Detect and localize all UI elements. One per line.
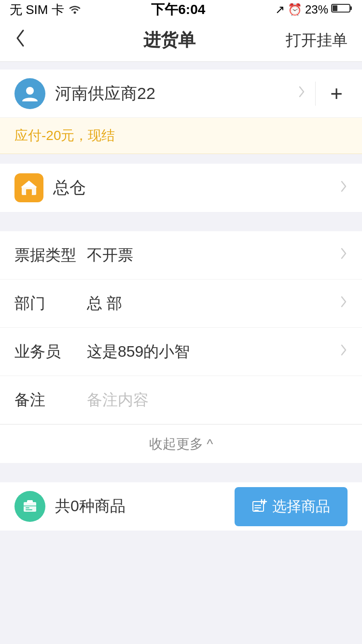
notice-row: 应付-20元，现结 <box>0 118 362 154</box>
supplier-name: 河南供应商22 <box>55 83 298 105</box>
svg-rect-12 <box>26 509 32 510</box>
warehouse-chevron-icon <box>340 180 348 196</box>
remark-label: 备注 <box>14 390 82 411</box>
mid-divider-2 <box>0 212 362 222</box>
select-product-label: 选择商品 <box>272 497 330 517</box>
add-supplier-button[interactable]: + <box>325 82 348 106</box>
alarm-icon: ⏰ <box>288 3 302 16</box>
department-value: 总 部 <box>82 293 340 314</box>
invoice-type-row[interactable]: 票据类型 不开票 <box>0 231 362 280</box>
svg-rect-2 <box>333 5 337 11</box>
svg-point-4 <box>26 87 34 95</box>
supplier-avatar <box>14 78 45 109</box>
product-count: 共0种商品 <box>55 496 235 517</box>
warehouse-section[interactable]: 总仓 <box>0 164 362 212</box>
svg-rect-11 <box>26 507 29 508</box>
salesperson-label: 业务员 <box>14 341 82 363</box>
svg-marker-6 <box>21 181 37 187</box>
open-pending-button[interactable]: 打开挂单 <box>286 30 348 51</box>
mid-divider-1 <box>0 154 362 164</box>
product-icon <box>14 491 45 522</box>
back-button[interactable] <box>14 28 53 52</box>
supplier-chevron-icon <box>298 85 306 102</box>
page-title: 进货单 <box>143 28 195 52</box>
product-bar: 共0种商品 选择商品 <box>0 482 362 531</box>
remark-input[interactable]: 备注内容 <box>82 390 348 411</box>
invoice-chevron-icon <box>340 247 348 264</box>
status-bar: 无 SIM 卡 下午6:04 ↗ ⏰ 23% <box>0 0 362 19</box>
status-time: 下午6:04 <box>151 0 205 19</box>
department-row[interactable]: 部门 总 部 <box>0 280 362 328</box>
select-product-button[interactable]: 选择商品 <box>235 487 348 526</box>
supplier-section: 河南供应商22 + 应付-20元，现结 <box>0 70 362 154</box>
invoice-type-value: 不开票 <box>82 245 340 266</box>
battery-icon <box>331 3 352 16</box>
department-label: 部门 <box>14 293 82 314</box>
svg-rect-9 <box>27 500 33 503</box>
department-chevron-icon <box>340 295 348 312</box>
svg-rect-7 <box>26 189 32 195</box>
remark-row[interactable]: 备注 备注内容 <box>0 376 362 424</box>
status-right: ↗ ⏰ 23% <box>275 3 352 16</box>
location-icon: ↗ <box>275 3 285 16</box>
mid-divider-3 <box>0 463 362 473</box>
collapse-button[interactable]: 收起更多 ^ <box>0 424 362 463</box>
svg-rect-3 <box>350 6 352 10</box>
warehouse-icon <box>14 173 43 202</box>
battery-label: 23% <box>305 3 328 16</box>
collapse-label: 收起更多 ^ <box>149 435 213 453</box>
invoice-type-label: 票据类型 <box>14 245 82 266</box>
select-product-icon <box>252 499 267 514</box>
warehouse-name: 总仓 <box>53 177 340 199</box>
salesperson-value: 这是859的小智 <box>82 341 340 363</box>
wifi-icon <box>68 2 82 17</box>
salesperson-chevron-icon <box>340 343 348 360</box>
carrier-label: 无 SIM 卡 <box>10 1 64 18</box>
top-divider <box>0 62 362 70</box>
vertical-divider <box>315 82 316 106</box>
supplier-row[interactable]: 河南供应商22 + <box>0 70 362 118</box>
warehouse-row[interactable]: 总仓 <box>0 164 362 212</box>
salesperson-row[interactable]: 业务员 这是859的小智 <box>0 328 362 376</box>
form-section: 票据类型 不开票 部门 总 部 业务员 这是859的小智 备注 备注内容 <box>0 231 362 463</box>
status-left: 无 SIM 卡 <box>10 1 82 18</box>
nav-bar: 进货单 打开挂单 <box>0 19 362 62</box>
svg-point-0 <box>73 11 76 14</box>
